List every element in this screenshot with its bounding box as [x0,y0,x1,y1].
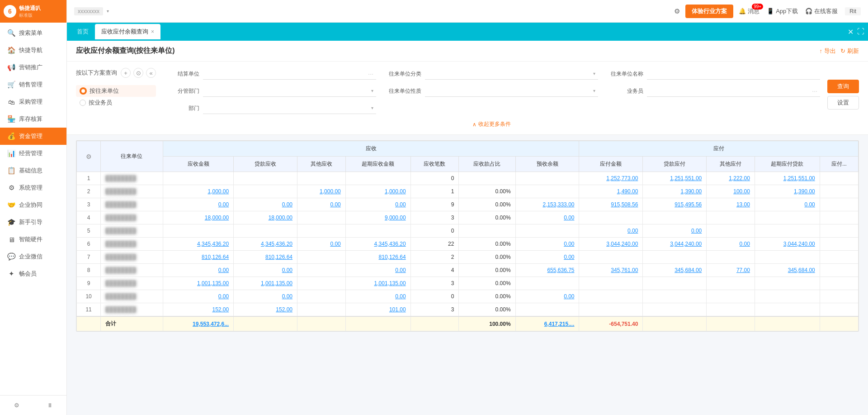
cell-link-recv_amount[interactable]: 1,000.00 [208,188,229,195]
cell-link-loan_recv[interactable]: 18,000.00 [269,215,292,221]
cell-link-other_pay[interactable]: 77.00 [736,267,750,273]
cell-link-loan_recv[interactable]: 1,001,135.00 [261,280,292,286]
cell-link-loan_recv[interactable]: 0.00 [282,201,292,208]
app-download-btn[interactable]: 📱 App下载 [767,7,798,15]
cell-link-recv_amount[interactable]: 810,126.64 [202,254,229,260]
cell-link-loan_pay[interactable]: 0.00 [691,228,702,234]
cell-link-pay_amount[interactable]: 345,761.00 [611,267,638,273]
sidebar-item-guide[interactable]: 🎓新手引导 [0,214,66,231]
settlement-unit-input[interactable]: ··· [203,68,376,80]
cell-link-overdue_recv[interactable]: 0.00 [395,201,406,208]
cell-link-other_recv[interactable]: 0.00 [330,201,340,208]
cell-link-other_pay[interactable]: 1,222.00 [729,175,750,181]
sidebar-item-management[interactable]: 📊经营管理 [0,145,66,162]
scheme-item-partner[interactable]: 按往来单位 [76,85,156,97]
cell-link-overdue_recv[interactable]: 1,001,135.00 [374,280,406,286]
refresh-btn[interactable]: ↻ 刷新 [840,47,859,55]
cell-link-loan_recv[interactable]: 0.00 [282,267,292,273]
cell-link-pay_amount[interactable]: 0.00 [627,228,638,234]
cell-link-recv_amount[interactable]: 0.00 [218,293,229,300]
cell-link-overdue_pay[interactable]: 1,251,551.00 [783,175,815,181]
cell-link-overdue_pay[interactable]: 345,684.00 [788,267,815,273]
cell-link-recv_amount[interactable]: 0.00 [218,201,229,208]
tab-arbalance[interactable]: 应收应付余额查询 × [95,24,160,39]
message-btn[interactable]: 🔔 消息 99+ [739,7,760,15]
sidebar-item-inventory[interactable]: 🏪库存核算 [0,110,66,128]
cell-link-pay_amount[interactable]: 1,490.00 [617,188,638,195]
query-btn[interactable]: 查询 [827,80,859,93]
cell-link-prepay_balance[interactable]: 0.00 [564,293,574,300]
cell-link-prepay_balance[interactable]: 0.00 [564,254,574,260]
cell-link-other_pay[interactable]: 0.00 [740,241,750,247]
service-btn[interactable]: 🎧 在线客服 [805,7,838,15]
cell-link-loan_pay[interactable]: 1,390.00 [681,188,702,195]
sidebar-item-vip[interactable]: ✦畅会员 [0,265,66,282]
cell-link-loan_pay[interactable]: 915,495.56 [675,201,702,208]
sidebar-item-sales[interactable]: 🛒销售管理 [0,76,66,93]
sidebar-item-quicknav[interactable]: 🏠快捷导航 [0,42,66,59]
sidebar-item-hardware[interactable]: 🖥智能硬件 [0,231,66,248]
sidebar-item-search[interactable]: 🔍搜索菜单 [0,24,66,42]
cell-link-loan_recv[interactable]: 4,345,436.20 [261,241,292,247]
department-input[interactable]: ▾ [203,102,376,114]
sidebar-item-marketing[interactable]: 📢营销推广 [0,59,66,76]
scheme-item-salesperson[interactable]: 按业务员 [76,97,156,109]
user-menu[interactable]: Rit [845,7,861,15]
sidebar-item-corp[interactable]: 🤝企业协同 [0,196,66,214]
cell-link-loan_recv[interactable]: 152.00 [276,306,292,313]
edit-scheme-btn[interactable]: ⊙ [133,68,143,78]
footer-recv-amount-link[interactable]: 19,553,472,6... [193,321,229,327]
cell-link-recv_amount[interactable]: 4,345,436.20 [197,241,229,247]
sidebar-item-wechat[interactable]: 💬企业微信 [0,248,66,265]
sidebar-item-finance[interactable]: 💰资金管理 [0,128,66,145]
dept-manager-input[interactable]: ▾ [203,85,376,97]
cell-link-other_pay[interactable]: 100.00 [733,188,750,195]
cell-link-overdue_recv[interactable]: 810,126.64 [379,254,406,260]
cell-link-overdue_recv[interactable]: 0.00 [395,293,406,300]
cell-link-prepay_balance[interactable]: 2,153,333.00 [542,201,574,208]
sidebar-collapse-btn[interactable]: ⏸ [42,399,58,411]
cell-link-loan_pay[interactable]: 1,251,551.00 [670,175,702,181]
settings-btn[interactable]: 设置 [827,96,859,110]
cell-link-recv_amount[interactable]: 0.00 [218,267,229,273]
cell-link-overdue_recv[interactable]: 0.00 [395,267,406,273]
cell-link-pay_amount[interactable]: 915,508.56 [611,201,638,208]
footer-prepay-link[interactable]: 6,417,215.... [544,321,575,327]
back-scheme-btn[interactable]: « [146,68,156,78]
cell-link-pay_amount[interactable]: 3,044,240.00 [606,241,638,247]
close-window-icon[interactable]: ✕ [848,28,854,36]
sidebar-item-purchase[interactable]: 🛍采购管理 [0,93,66,110]
cell-link-other_recv[interactable]: 0.00 [330,241,340,247]
cell-link-other_pay[interactable]: 13.00 [736,201,750,208]
settings-icon[interactable]: ⚙ [674,7,680,15]
cell-link-overdue_pay[interactable]: 0.00 [804,201,815,208]
cell-link-prepay_balance[interactable]: 0.00 [564,241,574,247]
partner-category-input[interactable]: ▾ [425,68,598,80]
table-config-icon[interactable]: ⚙ [86,153,92,160]
partner-nature-input[interactable]: ▾ [425,85,598,97]
cell-link-loan_recv[interactable]: 810,126.64 [265,254,292,260]
sidebar-settings-btn[interactable]: ⚙ [9,399,25,411]
cell-link-overdue_recv[interactable]: 101.00 [389,306,406,313]
sidebar-item-base[interactable]: 📋基础信息 [0,162,66,179]
tab-home[interactable]: 首页 [71,24,95,39]
trial-btn[interactable]: 体验行业方案 [685,5,733,18]
cell-link-recv_amount[interactable]: 18,000.00 [205,215,229,221]
cell-link-loan_pay[interactable]: 3,044,240.00 [670,241,702,247]
cell-link-overdue_recv[interactable]: 9,000.00 [385,215,406,221]
cell-link-other_recv[interactable]: 1,000.00 [320,188,341,195]
cell-link-overdue_recv[interactable]: 4,345,436.20 [374,241,406,247]
fullscreen-icon[interactable]: ⛶ [857,28,864,36]
add-scheme-btn[interactable]: + [121,68,131,78]
tab-close-icon[interactable]: × [151,29,154,35]
cell-link-prepay_balance[interactable]: 655,636.75 [547,267,574,273]
cell-link-prepay_balance[interactable]: 0.00 [564,215,574,221]
export-btn[interactable]: ↑ 导出 [820,47,836,55]
cell-link-loan_recv[interactable]: 0.00 [282,293,292,300]
cell-link-recv_amount[interactable]: 152.00 [212,306,229,313]
collapse-filter-btn[interactable]: ∧ 收起更多条件 [163,118,820,131]
partner-name-input[interactable] [647,68,820,80]
cell-link-overdue_pay[interactable]: 3,044,240.00 [783,241,815,247]
cell-link-pay_amount[interactable]: 1,252,773.00 [606,175,638,181]
salesperson-input[interactable]: ··· [647,85,820,97]
